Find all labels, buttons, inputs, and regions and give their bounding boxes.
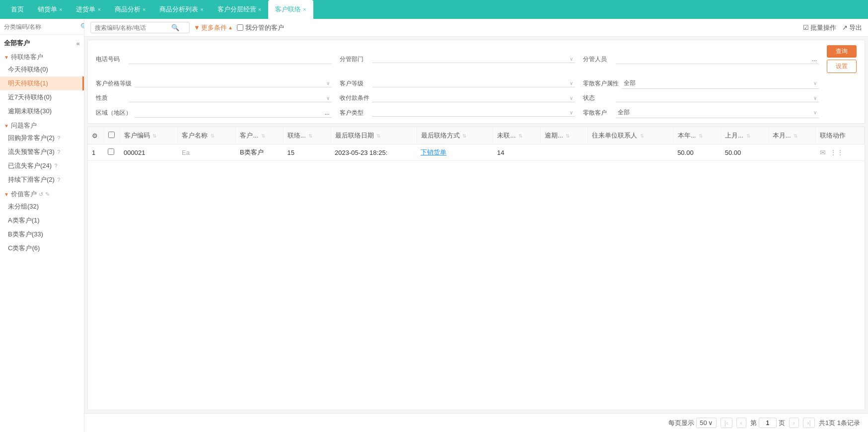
- filter-retail-customer-select[interactable]: 全部 ∨: [616, 107, 819, 118]
- row-overdue: [540, 144, 588, 161]
- sidebar-item-class-c[interactable]: C类客户(6): [0, 241, 84, 255]
- nav-product-analysis[interactable]: 商品分析 ×: [108, 0, 152, 19]
- help-icon-1: ?: [57, 135, 60, 141]
- first-page-button[interactable]: |‹: [721, 418, 732, 428]
- filter-payment-select[interactable]: ∨: [372, 94, 576, 102]
- filter-status-select[interactable]: ∨: [616, 94, 819, 102]
- sort-last-month-icon[interactable]: ⇅: [746, 133, 750, 139]
- next-page-button[interactable]: ›: [789, 418, 799, 428]
- edit-icon[interactable]: ✎: [45, 191, 50, 198]
- sort-this-month-icon[interactable]: ⇅: [794, 133, 797, 139]
- row-action-more-icon[interactable]: ⋮⋮: [830, 148, 844, 156]
- sidebar: 🔍 全部客户 « ▼ 待联络客户 今天待联络(0) 明天待联络(1) 近7天待联…: [0, 19, 84, 432]
- filter-row-2: 客户价格等级 ∨ 客户等级 ∨ 零散客户属性 全部: [96, 78, 857, 89]
- col-settings[interactable]: ⚙: [88, 127, 104, 144]
- select-all-checkbox[interactable]: [108, 132, 115, 138]
- sidebar-item-ungrouped[interactable]: 未分组(32): [0, 200, 84, 214]
- sidebar-item-class-b[interactable]: B类客户(33): [0, 227, 84, 241]
- contact-method-link[interactable]: 下销货单: [421, 148, 446, 156]
- sort-date-icon[interactable]: ⇅: [376, 133, 380, 139]
- last-page-button[interactable]: ›|: [803, 418, 815, 428]
- col-uncontacted: 未联... ⇅: [493, 127, 541, 144]
- sidebar-search-icon[interactable]: 🔍: [80, 23, 84, 30]
- row-no: 1: [88, 144, 104, 161]
- nav-sales[interactable]: 销货单 ×: [31, 0, 69, 19]
- page-size: 每页显示 50 ∨: [668, 418, 716, 428]
- sidebar-item-7days[interactable]: 近7天待联络(0): [0, 90, 84, 104]
- row-checkbox-cell[interactable]: [104, 144, 120, 161]
- filter-manager-select[interactable]: ...: [616, 55, 819, 64]
- sidebar-search-input[interactable]: [4, 23, 78, 30]
- export-button[interactable]: ↗ 导出: [842, 23, 862, 32]
- my-customers-checkbox[interactable]: [237, 24, 243, 31]
- batch-operation-button[interactable]: ☑ 批量操作: [803, 23, 836, 32]
- row-checkbox[interactable]: [108, 148, 114, 155]
- prev-page-button[interactable]: ‹: [736, 418, 746, 428]
- sort-year-icon[interactable]: ⇅: [699, 133, 703, 139]
- row-this-year: 50.00: [673, 144, 721, 161]
- sort-type-icon[interactable]: ⇅: [261, 133, 265, 139]
- sort-code-icon[interactable]: ⇅: [152, 133, 156, 139]
- filter-region-select[interactable]: ...: [135, 108, 332, 118]
- filter-manager-label: 分管人员: [583, 55, 613, 64]
- row-action-note-icon[interactable]: ✉: [820, 148, 826, 156]
- close-customer-contact-icon[interactable]: ×: [303, 0, 306, 19]
- col-code: 客户编码 ⇅: [120, 127, 178, 144]
- sidebar-item-repurchase-anomaly[interactable]: 回购异常客户(2) ?: [0, 131, 84, 145]
- filter-panel: 电话号码 分管部门 ∨ 分管人员 ...: [87, 40, 865, 124]
- row-last-contact-method[interactable]: 下销货单: [417, 144, 493, 161]
- nav-purchase[interactable]: 进货单 ×: [69, 0, 107, 19]
- group-value-title: ▼ 价值客户 ↺ ✎: [0, 187, 84, 200]
- col-checkbox[interactable]: [104, 127, 120, 144]
- chevron-price-icon: ∨: [326, 80, 330, 86]
- sidebar-item-class-a[interactable]: A类客户(1): [0, 214, 84, 227]
- nav-customer-contact[interactable]: 客户联络 ×: [268, 0, 313, 19]
- nav-home[interactable]: 首页: [4, 0, 31, 19]
- row-last-contact-date: 2023-05-23 18:25:: [331, 144, 417, 161]
- filter-dept-select[interactable]: ∨: [372, 55, 576, 63]
- search-icon[interactable]: 🔍: [171, 24, 179, 31]
- more-filter-button[interactable]: ▼ 更多条件 ▲: [194, 23, 233, 32]
- refresh-icon[interactable]: ↺: [39, 191, 43, 198]
- page-info: 第 页: [750, 418, 785, 428]
- filter-nature-select[interactable]: ∨: [129, 94, 332, 102]
- group-problem-triangle: ▼: [4, 123, 9, 129]
- chevron-retail-customer-icon: ∨: [813, 110, 817, 115]
- sort-method-icon[interactable]: ⇅: [462, 133, 466, 139]
- collapse-icon[interactable]: «: [76, 40, 80, 47]
- col-last-month: 上月... ⇅: [721, 127, 769, 144]
- settings-button[interactable]: 设置: [827, 60, 857, 73]
- filter-phone-input[interactable]: [129, 55, 332, 64]
- close-product-analysis-icon[interactable]: ×: [143, 0, 145, 19]
- page-size-select[interactable]: 50 ∨: [696, 418, 716, 428]
- sidebar-item-churn-warning[interactable]: 流失预警客户(3) ?: [0, 145, 84, 159]
- nav-customer-tier[interactable]: 客户分层经营 ×: [211, 0, 268, 19]
- nav-product-analysis-list[interactable]: 商品分析列表 ×: [152, 0, 210, 19]
- sort-uncontacted-icon[interactable]: ⇅: [518, 133, 522, 139]
- close-purchase-icon[interactable]: ×: [97, 0, 100, 19]
- close-customer-tier-icon[interactable]: ×: [258, 0, 261, 19]
- query-button[interactable]: 查询: [827, 45, 857, 58]
- help-icon-2: ?: [57, 149, 60, 155]
- sort-person-icon[interactable]: ⇅: [640, 133, 644, 139]
- sort-overdue-icon[interactable]: ⇅: [566, 133, 570, 139]
- filter-row-1: 电话号码 分管部门 ∨ 分管人员 ...: [96, 45, 857, 73]
- filter-customer-level-label: 客户等级: [340, 79, 369, 88]
- row-contact-count: 15: [283, 144, 331, 161]
- sidebar-item-today[interactable]: 今天待联络(0): [0, 63, 84, 76]
- filter-customer-level-select[interactable]: ∨: [372, 79, 576, 87]
- close-sales-icon[interactable]: ×: [59, 0, 62, 19]
- sort-name-icon[interactable]: ⇅: [211, 133, 215, 139]
- search-input[interactable]: [95, 24, 169, 31]
- filter-customer-type-select[interactable]: ∨: [372, 109, 576, 117]
- sidebar-item-declining[interactable]: 持续下滑客户(2) ?: [0, 173, 84, 187]
- sort-contact-icon[interactable]: ⇅: [308, 133, 312, 139]
- col-contact-person: 往来单位联系人 ⇅: [588, 127, 673, 144]
- page-number-input[interactable]: [759, 418, 777, 428]
- sidebar-item-tomorrow[interactable]: 明天待联络(1): [0, 76, 84, 90]
- sidebar-item-churned[interactable]: 已流失客户(24) ?: [0, 159, 84, 173]
- filter-retail-attr-select[interactable]: 全部 ∨: [622, 78, 819, 89]
- sidebar-item-overdue[interactable]: 逾期未联络(30): [0, 104, 84, 118]
- close-product-analysis-list-icon[interactable]: ×: [200, 0, 203, 19]
- filter-price-level-select[interactable]: ∨: [135, 79, 332, 87]
